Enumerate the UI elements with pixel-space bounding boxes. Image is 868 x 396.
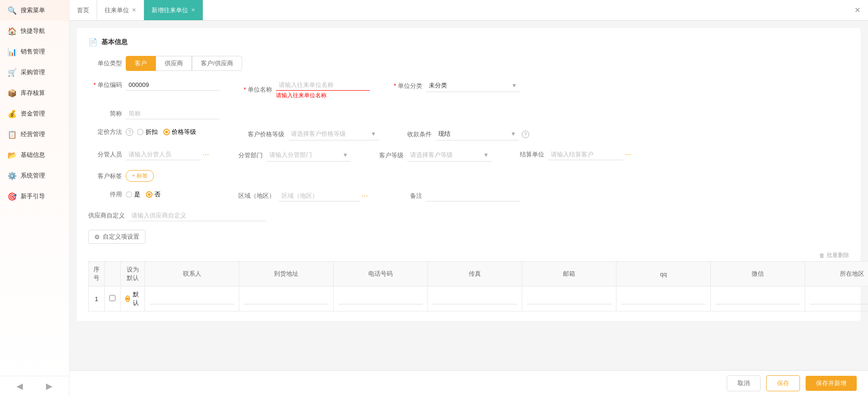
save-button[interactable]: 保存 xyxy=(766,375,800,391)
region-input[interactable] xyxy=(279,190,360,202)
settlement-label: 结算单位 xyxy=(510,150,548,159)
payment-chevron: ▼ xyxy=(510,131,516,137)
cell-wechat[interactable] xyxy=(711,287,805,311)
col-qq: qq xyxy=(617,262,711,287)
pricing-method-label: 定价方法 xyxy=(88,128,126,136)
section-title-text: 基本信息 xyxy=(101,38,128,47)
type-btn-both[interactable]: 客户/供应商 xyxy=(192,56,242,71)
sidebar-item-system[interactable]: ⚙️ 系统管理 xyxy=(0,165,69,186)
sidebar-item-operations[interactable]: 📋 经营管理 xyxy=(0,124,69,145)
sidebar-item-inventory[interactable]: 📦 库存核算 xyxy=(0,83,69,103)
unit-code-input[interactable] xyxy=(126,79,220,91)
cell-qq[interactable] xyxy=(617,287,711,311)
cell-phone[interactable] xyxy=(334,287,428,311)
tab-bar: 首页 往来单位 ✕ 新增往来单位 ✕ ✕ xyxy=(69,0,868,21)
unit-name-input[interactable] xyxy=(276,79,370,91)
unit-type-row: 单位类型 客户 供应商 客户/供应商 xyxy=(88,56,849,71)
customer-price-select[interactable]: 请选择客户价格等级 ▼ xyxy=(288,128,379,140)
phone-input[interactable] xyxy=(338,293,423,304)
unit-category-chevron: ▼ xyxy=(511,82,517,89)
cell-contact[interactable] xyxy=(145,287,239,311)
tag-label: 客户标签 xyxy=(88,172,126,180)
cancel-button[interactable]: 取消 xyxy=(727,375,761,391)
customer-grade-select[interactable]: 请选择客户等级 ▼ xyxy=(407,149,492,162)
settlement-input[interactable] xyxy=(548,149,623,160)
contacts-table: 序号 设为默认 联系人 到货地址 电话号码 传真 邮箱 qq 微信 所在地区 操… xyxy=(88,261,868,311)
contact-input[interactable] xyxy=(150,293,234,304)
unit-category-select[interactable]: 未分类 ▼ xyxy=(426,79,520,92)
manager-label: 分管人员 xyxy=(88,150,126,159)
department-select[interactable]: 请输入分管部门 ▼ xyxy=(266,149,351,162)
settlement-field: 结算单位 ··· xyxy=(510,149,632,160)
sidebar-item-basic[interactable]: 📂 基础信息 xyxy=(0,145,69,165)
settlement-more-btn[interactable]: ··· xyxy=(623,150,633,159)
radio-yes[interactable]: 是 xyxy=(126,190,140,199)
region-table-input[interactable] xyxy=(810,293,868,304)
manager-input[interactable] xyxy=(126,149,201,160)
department-chevron: ▼ xyxy=(343,152,348,158)
pricing-help-icon[interactable]: ? xyxy=(126,128,133,136)
cell-fax[interactable] xyxy=(428,287,522,311)
sidebar-item-search[interactable]: 🔍 搜索菜单 xyxy=(0,0,69,21)
cell-address[interactable] xyxy=(239,287,334,311)
add-tag-btn[interactable]: + 标签 xyxy=(126,170,154,182)
radio-no-circle xyxy=(146,191,152,198)
disabled-field: 停用 是 否 xyxy=(88,190,220,199)
short-name-input[interactable] xyxy=(126,108,220,119)
batch-delete-icon: 🗑 xyxy=(819,252,825,259)
radio-grade[interactable]: 价格等级 xyxy=(163,128,196,136)
operations-icon: 📋 xyxy=(8,130,17,139)
sidebar-item-system-label: 系统管理 xyxy=(21,171,45,180)
email-input[interactable] xyxy=(527,293,611,304)
radio-discount[interactable]: 折扣 xyxy=(137,128,158,136)
customer-grade-chevron: ▼ xyxy=(483,152,489,158)
address-input[interactable] xyxy=(244,293,328,304)
cell-checkbox[interactable] xyxy=(105,287,121,311)
tab-new-partner-close[interactable]: ✕ xyxy=(191,7,195,13)
type-btn-supplier[interactable]: 供应商 xyxy=(156,56,192,71)
pricing-row: 定价方法 ? 折扣 价格等级 客户价格等级 xyxy=(88,128,849,140)
payment-condition-field: 收款条件 现结 ▼ ? xyxy=(398,128,529,140)
cell-region[interactable] xyxy=(805,287,868,311)
payment-condition-select[interactable]: 现结 ▼ xyxy=(435,128,519,140)
sidebar: 🔍 搜索菜单 🏠 快捷导航 📊 销售管理 🛒 采购管理 📦 库存核算 💰 资金管… xyxy=(0,0,69,396)
department-label: 分管部门 xyxy=(229,151,266,160)
tab-partner[interactable]: 往来单位 ✕ xyxy=(97,0,144,20)
wechat-input[interactable] xyxy=(716,293,800,304)
sidebar-item-sales[interactable]: 📊 销售管理 xyxy=(0,41,69,62)
manager-more-btn[interactable]: ··· xyxy=(201,150,211,159)
radio-no[interactable]: 否 xyxy=(146,190,160,199)
tab-home[interactable]: 首页 xyxy=(69,0,97,20)
col-contact: 联系人 xyxy=(145,262,239,287)
form-card: 📄 基本信息 单位类型 客户 供应商 客户/供应商 单位编码 xyxy=(77,28,860,321)
cell-email[interactable] xyxy=(522,287,617,311)
qq-input[interactable] xyxy=(621,293,706,304)
type-btn-customer[interactable]: 客户 xyxy=(126,56,156,71)
cell-default: 默认 xyxy=(121,287,145,311)
region-more-btn[interactable]: ··· xyxy=(360,192,370,200)
remark-label: 备注 xyxy=(388,192,426,200)
main-close-btn[interactable]: ✕ xyxy=(847,6,868,15)
save-new-button[interactable]: 保存并新增 xyxy=(806,376,857,391)
supplier-custom-field: 供应商自定义 xyxy=(88,210,266,221)
sidebar-item-guide[interactable]: 🎯 新手引导 xyxy=(0,186,69,207)
batch-delete-label: 批量删除 xyxy=(827,251,849,259)
remark-input[interactable] xyxy=(426,190,520,202)
tab-new-partner-label: 新增往来单位 xyxy=(152,6,188,15)
col-email: 邮箱 xyxy=(522,262,617,287)
default-radio[interactable]: 默认 xyxy=(125,290,140,307)
customer-grade-placeholder: 请选择客户等级 xyxy=(410,151,453,159)
sidebar-item-quick-nav[interactable]: 🏠 快捷导航 xyxy=(0,21,69,41)
tab-new-partner[interactable]: 新增往来单位 ✕ xyxy=(144,0,203,20)
supplier-custom-input[interactable] xyxy=(129,210,266,221)
batch-delete-btn[interactable]: 🗑 批量删除 xyxy=(819,251,849,259)
payment-help-icon[interactable]: ? xyxy=(522,131,529,138)
sidebar-item-purchase[interactable]: 🛒 采购管理 xyxy=(0,62,69,83)
sidebar-collapse-btn[interactable]: ◀ xyxy=(16,381,23,391)
tab-partner-close[interactable]: ✕ xyxy=(132,7,136,13)
fax-input[interactable] xyxy=(433,293,517,304)
sidebar-expand-btn[interactable]: ▶ xyxy=(46,381,53,391)
sidebar-item-finance[interactable]: 💰 资金管理 xyxy=(0,103,69,124)
row-checkbox[interactable] xyxy=(109,295,115,301)
custom-settings-btn[interactable]: ⚙ 自定义项设置 xyxy=(88,230,145,244)
